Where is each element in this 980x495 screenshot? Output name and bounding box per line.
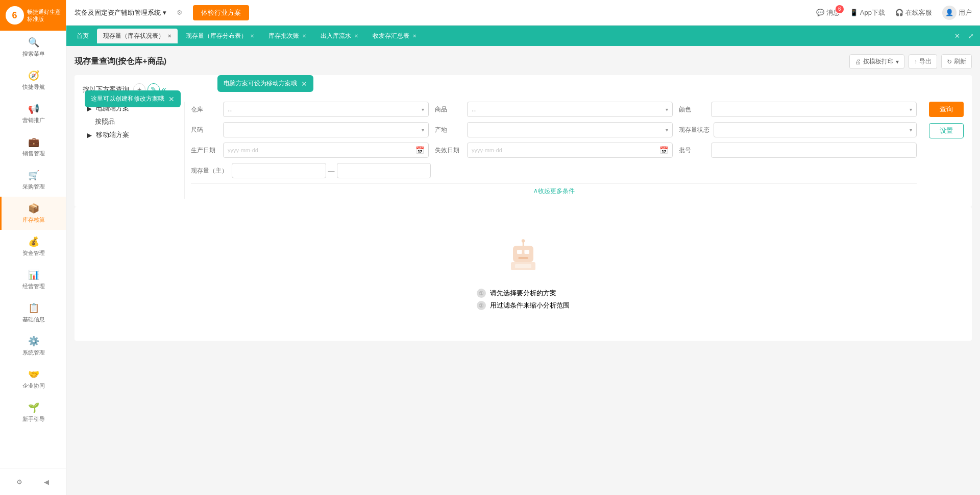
page-content: 现存量查询(按仓库+商品) 🖨 按模板打印 ▾ ↑ 导出 ↻ 刷新 <box>66 46 980 495</box>
export-icon: ↑ <box>914 58 917 65</box>
query-button[interactable]: 查询 <box>929 102 964 117</box>
sidebar-settings-button[interactable]: ⚙ <box>12 475 27 489</box>
sidebar-item-search[interactable]: 🔍 搜索菜单 <box>0 31 66 64</box>
app-download-button[interactable]: 📱 App下载 <box>850 8 885 17</box>
exp-date-placeholder: yyyy-mm-dd <box>472 147 502 153</box>
logo-text: 畅捷通好生意 标准版 <box>27 8 61 23</box>
tooltip2-close-button[interactable]: ✕ <box>168 95 175 103</box>
filter-item-goods: 商品 ... ▾ <box>435 102 673 117</box>
svg-rect-5 <box>515 264 531 268</box>
goods-label: 商品 <box>435 105 463 114</box>
scheme-pc-sub[interactable]: 按照品 <box>83 115 178 128</box>
size-select[interactable]: ▾ <box>223 122 429 137</box>
more-conditions-toggle[interactable]: ∧ 收起更多条件 <box>191 183 917 199</box>
tab-in-out-label: 出入库流水 <box>321 32 351 40</box>
tab-in-out-close[interactable]: ✕ <box>354 33 358 39</box>
tab-inventory-status-close[interactable]: ✕ <box>167 33 172 39</box>
tip-num-2: ② <box>477 301 486 310</box>
sidebar-item-enterprise[interactable]: 🤝 企业协同 <box>0 363 66 396</box>
range-dash: — <box>328 167 335 175</box>
tab-home-label: 首页 <box>77 32 89 40</box>
sidebar-item-label: 企业协同 <box>22 382 45 390</box>
prod-date-input[interactable]: yyyy-mm-dd 📅 <box>223 143 429 158</box>
color-select[interactable]: ▾ <box>711 102 917 117</box>
refresh-button[interactable]: ↻ 刷新 <box>941 54 972 69</box>
stock-qty-label: 现存量（主） <box>191 167 228 175</box>
svg-rect-1 <box>517 250 522 254</box>
sidebar-item-newbie[interactable]: 🌱 新手引导 <box>0 396 66 429</box>
box-icon: 📦 <box>28 203 39 214</box>
filter-row-1: 仓库 ... ▾ 商品 ... ▾ <box>191 102 917 117</box>
tooltip1-close-button[interactable]: ✕ <box>301 80 307 88</box>
exp-date-input[interactable]: yyyy-mm-dd 📅 <box>467 143 673 158</box>
query-actions: 查询 设置 <box>929 102 964 138</box>
user-label: 用户 <box>959 8 972 17</box>
tab-bar: 首页 现存量（库存状况表） ✕ 现存量（库存分布表） ✕ 库存批次账 ✕ 出入库… <box>66 26 980 46</box>
industry-button[interactable]: 体验行业方案 <box>193 5 249 20</box>
tab-inventory-status[interactable]: 现存量（库存状况表） ✕ <box>97 29 178 43</box>
header-right: 💬 6 消息 📱 App下载 🎧 在线客服 👤 用户 <box>816 6 972 20</box>
sidebar-item-purchase[interactable]: 🛒 采购管理 <box>0 163 66 197</box>
megaphone-icon: 📢 <box>28 103 39 114</box>
empty-tips: ① 请先选择要分析的方案 ② 用过滤条件来缩小分析范围 <box>477 289 570 310</box>
reset-button[interactable]: 设置 <box>929 123 964 138</box>
empty-tip-2: ② 用过滤条件来缩小分析范围 <box>477 301 570 310</box>
chevron-icon: ▾ <box>910 107 912 112</box>
batch-input[interactable] <box>711 143 917 158</box>
print-label: 按模板打印 <box>863 57 894 66</box>
tab-in-out[interactable]: 出入库流水 ✕ <box>314 29 364 43</box>
sidebar-collapse-button[interactable]: ◀ <box>39 475 54 489</box>
gear-icon: ⚙️ <box>28 336 39 347</box>
warehouse-select[interactable]: ... ▾ <box>223 102 429 117</box>
handshake-icon: 🤝 <box>28 369 39 380</box>
stock-qty-max-input[interactable] <box>337 163 431 178</box>
sidebar-item-system[interactable]: ⚙️ 系统管理 <box>0 329 66 363</box>
origin-select[interactable]: ▾ <box>467 122 673 137</box>
sidebar-item-basic[interactable]: 📋 基础信息 <box>0 296 66 329</box>
online-support-label: 在线客服 <box>905 8 932 17</box>
maximize-button[interactable]: ⤢ <box>966 30 976 42</box>
page-actions: 🖨 按模板打印 ▾ ↑ 导出 ↻ 刷新 <box>849 54 972 69</box>
tab-bar-actions: ✕ ⤢ <box>952 30 976 42</box>
sidebar: 6 畅捷通好生意 标准版 🔍 搜索菜单 🧭 快捷导航 📢 营销推广 💼 销售管理… <box>0 0 66 495</box>
sidebar-item-finance[interactable]: 💰 资金管理 <box>0 230 66 263</box>
empty-state: ① 请先选择要分析的方案 ② 用过滤条件来缩小分析范围 <box>75 207 972 341</box>
goods-select[interactable]: ... ▾ <box>467 102 673 117</box>
tooltip-edit-scheme: 这里可以创建和修改方案哦 ✕ <box>85 90 181 107</box>
filter-item-exp-date: 失效日期 yyyy-mm-dd 📅 <box>435 143 673 158</box>
header-settings-button[interactable]: ⚙ <box>173 6 187 20</box>
tab-collect-summary[interactable]: 收发存汇总表 ✕ <box>366 29 423 43</box>
filter-item-origin: 产地 ▾ <box>435 122 673 137</box>
sidebar-item-label: 经营管理 <box>22 282 45 290</box>
user-menu[interactable]: 👤 用户 <box>942 6 972 20</box>
stock-qty-min-input[interactable] <box>232 163 326 178</box>
print-button[interactable]: 🖨 按模板打印 ▾ <box>849 54 904 69</box>
tip-text-1: 请先选择要分析的方案 <box>490 289 556 298</box>
page-header: 现存量查询(按仓库+商品) 🖨 按模板打印 ▾ ↑ 导出 ↻ 刷新 <box>75 54 972 69</box>
stock-status-select[interactable]: ▾ <box>714 122 917 137</box>
svg-rect-2 <box>524 250 529 254</box>
tab-collect-summary-close[interactable]: ✕ <box>412 33 416 39</box>
sidebar-item-operation[interactable]: 📊 经营管理 <box>0 263 66 296</box>
system-name-dropdown[interactable]: 装备及固定资产辅助管理系统 ▾ <box>75 8 166 17</box>
export-button[interactable]: ↑ 导出 <box>909 54 937 69</box>
chevron-down-icon: ▾ <box>163 9 166 16</box>
close-all-tabs-button[interactable]: ✕ <box>952 30 962 42</box>
tab-batch-ledger-close[interactable]: ✕ <box>302 33 306 39</box>
user-avatar: 👤 <box>942 6 957 20</box>
sidebar-item-inventory[interactable]: 📦 库存核算 <box>0 197 66 230</box>
size-label: 尺码 <box>191 126 219 134</box>
sidebar-item-quick[interactable]: 🧭 快捷导航 <box>0 64 66 97</box>
sidebar-item-marketing[interactable]: 📢 营销推广 <box>0 97 66 130</box>
tab-home[interactable]: 首页 <box>70 29 95 43</box>
sidebar-item-sales[interactable]: 💼 销售管理 <box>0 130 66 163</box>
tab-inventory-dist[interactable]: 现存量（库存分布表） ✕ <box>180 29 260 43</box>
scheme-mobile[interactable]: ▶ 移动端方案 <box>83 128 178 142</box>
online-support-button[interactable]: 🎧 在线客服 <box>895 8 932 17</box>
settings-bottom-icon: ⚙ <box>16 478 22 486</box>
export-label: 导出 <box>919 57 932 66</box>
tab-inventory-dist-close[interactable]: ✕ <box>250 33 254 39</box>
notification-button[interactable]: 💬 6 消息 <box>816 8 840 17</box>
tab-batch-ledger[interactable]: 库存批次账 ✕ <box>262 29 312 43</box>
prod-date-label: 生产日期 <box>191 146 219 155</box>
